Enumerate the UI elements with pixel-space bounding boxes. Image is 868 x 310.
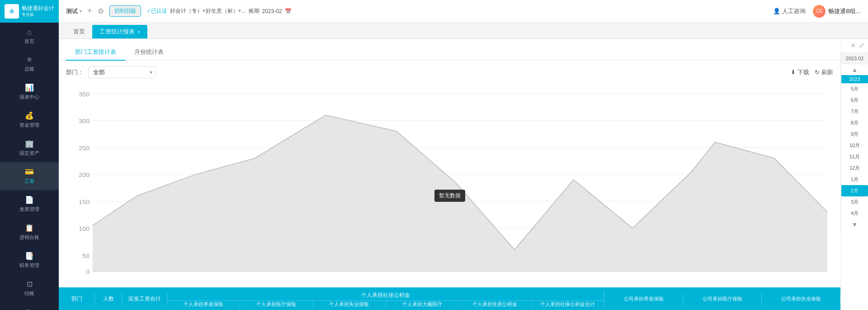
panel-month-2022-5月[interactable]: 5月 bbox=[841, 83, 868, 95]
sidebar-icon-sales: 📋 bbox=[25, 224, 34, 232]
main-content: 测试 ▾ + ⚙ 切到旧版 ✓已认证 好会计（专）+好生意（标）+... 账期 … bbox=[59, 0, 868, 310]
sidebar-label-ledger: 总账 bbox=[24, 66, 34, 72]
panel-month-2022-7月[interactable]: 7月 bbox=[841, 106, 868, 117]
sidebar-item-ledger[interactable]: ≡ 总账 bbox=[0, 50, 59, 78]
subtabs: 部门工资统计表月份统计表 bbox=[59, 39, 840, 61]
sidebar-label-home: 首页 bbox=[24, 38, 34, 45]
sidebar-item-home[interactable]: ⌂ 首页 bbox=[0, 23, 59, 50]
panel-month-2023-1月[interactable]: 1月 bbox=[841, 174, 868, 185]
panel-year-badge: 2023 bbox=[841, 75, 868, 83]
panel-month-2022-10月[interactable]: 10月 bbox=[841, 140, 868, 151]
logo-text: 畅捷通好会计 专业版 bbox=[22, 5, 54, 18]
panel-next-arrow[interactable]: ▼ bbox=[850, 219, 860, 230]
sidebar-icon-settle: ⊡ bbox=[27, 280, 33, 288]
panel-month-2023-3月[interactable]: 3月 bbox=[841, 196, 868, 208]
chart-svg: 0 50 100 150 200 250 300 350 bbox=[66, 88, 833, 287]
sidebar-label-sales: 进销台账 bbox=[19, 234, 39, 241]
verified-tag: ✓已认证 bbox=[146, 7, 167, 15]
sidebar-item-assets[interactable]: 🏢 固定资产 bbox=[0, 134, 59, 162]
logo-icon: 会 bbox=[5, 4, 19, 19]
table-header-salary: 应发工资合计 bbox=[122, 293, 167, 305]
tab-label-salary-stats: 工资统计报表 bbox=[99, 28, 135, 36]
consult-button[interactable]: 👤 人工咨询 bbox=[773, 7, 806, 15]
calendar-icon[interactable]: 📅 bbox=[285, 8, 292, 14]
dept-select-wrapper: 全部销售部财务部技术部 bbox=[88, 66, 156, 78]
sidebar-label-salary: 工资 bbox=[24, 178, 34, 185]
sidebar-icon-tax: 📑 bbox=[25, 252, 34, 260]
sidebar-item-reports[interactable]: 📊 报表中心 bbox=[0, 78, 59, 106]
table-header-company-sub-1: 公司承担医疗保险 bbox=[683, 294, 762, 304]
period-value: 2023-02 bbox=[262, 8, 282, 14]
content-area: 部门工资统计表月份统计表 部门： 全部销售部财务部技术部 ⬇ 下载 ↻ bbox=[59, 39, 868, 310]
tab-home[interactable]: 首页 bbox=[66, 25, 92, 38]
sidebar-icon-assets: 🏢 bbox=[25, 139, 34, 148]
subtab-dept[interactable]: 部门工资统计表 bbox=[66, 44, 125, 61]
table-header-company-sub-2: 公司承担失业保险 bbox=[762, 294, 840, 304]
panel-month-2022-6月[interactable]: 6月 bbox=[841, 95, 868, 106]
user-menu[interactable]: CE 畅捷通B组... bbox=[813, 5, 861, 18]
download-button[interactable]: ⬇ 下载 bbox=[791, 68, 809, 76]
sidebar-item-invoice[interactable]: 📄 发票管理 bbox=[0, 190, 59, 218]
svg-text:200: 200 bbox=[79, 172, 90, 178]
content-main: 部门工资统计表月份统计表 部门： 全部销售部财务部技术部 ⬇ 下载 ↻ bbox=[59, 39, 840, 310]
sidebar-label-settle: 结账 bbox=[24, 290, 34, 297]
avatar: CE bbox=[813, 5, 826, 18]
sidebar-item-tax[interactable]: 📑 税务管理 bbox=[0, 246, 59, 274]
svg-text:0: 0 bbox=[86, 269, 90, 275]
panel-month-2023-4月[interactable]: 4月 bbox=[841, 208, 868, 219]
panel-month-2022-8月[interactable]: 8月 bbox=[841, 117, 868, 129]
sidebar-label-assets: 固定资产 bbox=[19, 150, 39, 157]
svg-text:350: 350 bbox=[79, 91, 90, 97]
dept-select[interactable]: 全部销售部财务部技术部 bbox=[88, 66, 156, 78]
tab-label-home: 首页 bbox=[73, 28, 85, 36]
panel-prev-arrow[interactable]: ▲ bbox=[850, 64, 860, 75]
svg-marker-16 bbox=[93, 115, 827, 271]
table-header-personal-sub-3: 个人承担大额医疗 bbox=[386, 301, 459, 308]
panel-month-2022-12月[interactable]: 12月 bbox=[841, 162, 868, 174]
company-name: 测试 bbox=[66, 7, 78, 15]
close-panel-button[interactable]: × bbox=[851, 42, 855, 50]
right-panel: 2023.02▲20235月6月7月8月9月10月11月12月1月2月3月4月▼ bbox=[841, 53, 868, 230]
refresh-icon: ↻ bbox=[815, 69, 820, 76]
sidebar-item-sales[interactable]: 📋 进销台账 bbox=[0, 218, 59, 246]
tab-close-salary-stats[interactable]: × bbox=[137, 29, 140, 34]
table-header-company-sub-0: 公司承担养老保险 bbox=[604, 294, 683, 304]
sidebar-item-funds[interactable]: 💰 资金管理 bbox=[0, 106, 59, 134]
svg-text:50: 50 bbox=[82, 253, 90, 259]
table-header-personal-sub-1: 个人承担医疗保险 bbox=[240, 301, 313, 308]
dept-label: 部门： bbox=[66, 68, 84, 76]
sidebar-item-archive[interactable]: 🗂 归档管理 bbox=[0, 302, 59, 310]
bottom-table-header: 部门人数应发工资合计个人承担社保公积金个人承担养老保险个人承担医疗保险个人承担失… bbox=[59, 287, 840, 310]
sidebar-icon-archive: 🗂 bbox=[26, 308, 33, 310]
sidebar-icon-reports: 📊 bbox=[25, 83, 34, 92]
tab-salary-stats[interactable]: 工资统计报表× bbox=[92, 25, 147, 38]
company-dropdown[interactable]: 测试 ▾ bbox=[66, 7, 82, 15]
subtab-month[interactable]: 月份统计表 bbox=[125, 44, 173, 61]
panel-month-2022-9月[interactable]: 9月 bbox=[841, 129, 868, 140]
sidebar-icon-invoice: 📄 bbox=[25, 196, 34, 204]
sidebar-label-funds: 资金管理 bbox=[19, 122, 39, 129]
sidebar-icon-home: ⌂ bbox=[27, 28, 32, 36]
add-button[interactable]: + bbox=[87, 6, 92, 16]
period-label: 账期 bbox=[249, 7, 259, 15]
username: 畅捷通B组... bbox=[828, 7, 861, 15]
sidebar-nav: ⌂ 首页 ≡ 总账 📊 报表中心 💰 资金管理 🏢 固定资产 💳 工资 📄 发票… bbox=[0, 23, 59, 310]
panel-month-2023-2月[interactable]: 2月 bbox=[841, 185, 868, 196]
panel-month-2022-11月[interactable]: 11月 bbox=[841, 151, 868, 162]
sidebar-label-reports: 报表中心 bbox=[19, 94, 39, 100]
svg-text:250: 250 bbox=[79, 145, 90, 151]
sidebar-item-settle[interactable]: ⊡ 结账 bbox=[0, 274, 59, 302]
settings-button[interactable]: ⚙ bbox=[98, 7, 104, 15]
sidebar-item-salary[interactable]: 💳 工资 bbox=[0, 162, 59, 190]
table-header-personal-sub-4: 个人承担住房公积金 bbox=[459, 301, 532, 308]
topbar: 测试 ▾ + ⚙ 切到旧版 ✓已认证 好会计（专）+好生意（标）+... 账期 … bbox=[59, 0, 868, 23]
sidebar-icon-ledger: ≡ bbox=[27, 56, 31, 64]
app-logo: 会 畅捷通好会计 专业版 bbox=[0, 0, 59, 23]
sidebar-label-tax: 税务管理 bbox=[19, 262, 39, 269]
svg-text:150: 150 bbox=[79, 199, 90, 205]
toolbar-right: ⬇ 下载 ↻ 刷新 bbox=[791, 68, 833, 76]
expand-panel-button[interactable]: ⤢ bbox=[859, 42, 864, 50]
old-version-button[interactable]: 切到旧版 bbox=[109, 5, 141, 17]
tabbar: 首页工资统计报表× bbox=[59, 23, 868, 39]
refresh-button[interactable]: ↻ 刷新 bbox=[815, 68, 833, 76]
